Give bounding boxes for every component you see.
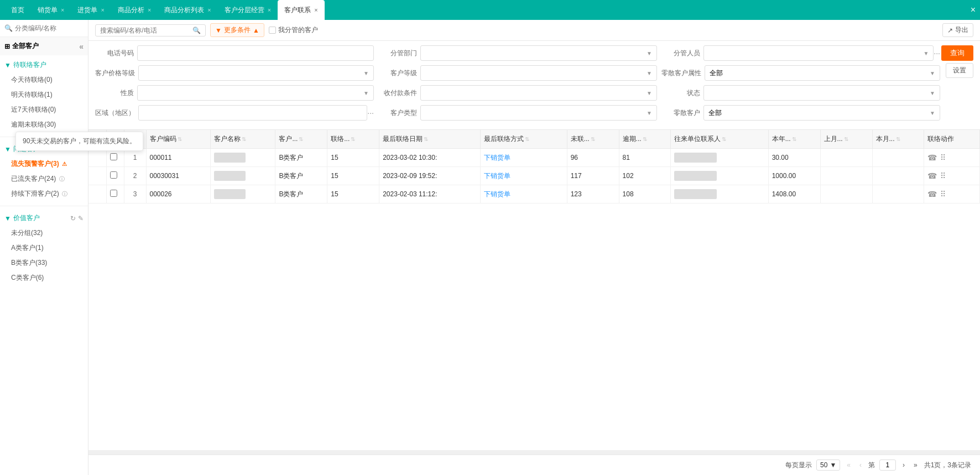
sidebar-item-loss-warning[interactable]: 流失预警客户(3) ⚠ (0, 156, 88, 171)
sidebar-item-class-c[interactable]: C类客户(6) (0, 270, 88, 285)
th-last-contact-date[interactable]: 最后联络日期⇅ (379, 130, 481, 149)
sidebar-item-week-pending[interactable]: 近7天待联络(0) (0, 102, 88, 117)
page-number-input[interactable] (879, 460, 896, 471)
tab-purchase-close[interactable]: × (101, 7, 104, 13)
contact-icon-0[interactable]: ☎ (927, 153, 937, 162)
more-action-icon-1[interactable]: ⠿ (940, 171, 946, 180)
filter-payment-label: 收付款条件 (378, 88, 417, 98)
sidebar-item-lost[interactable]: 已流失客户(24) ⓘ (0, 171, 88, 186)
row-checkbox-0[interactable] (110, 153, 117, 160)
tab-product-list-close[interactable]: × (207, 7, 211, 13)
tab-customer-contact[interactable]: 客户联系 × (278, 0, 324, 20)
td-method-1[interactable]: 下销货单 (481, 167, 567, 185)
query-button[interactable]: 查询 (941, 45, 973, 61)
filter-status-label: 状态 (661, 88, 700, 98)
th-code[interactable]: 客户编码⇅ (146, 130, 211, 149)
th-unit-contact[interactable]: 往来单位联系人⇅ (671, 130, 768, 149)
settings-button[interactable]: 设置 (946, 63, 973, 78)
next-page-button[interactable]: › (900, 460, 907, 470)
filter-panel: 电话号码 分管部门 ▼ 分管人员 (88, 41, 980, 130)
sidebar-item-tomorrow-pending[interactable]: 明天待联络(1) (0, 87, 88, 102)
row-checkbox-1[interactable] (110, 171, 117, 179)
th-this-month[interactable]: 本月...⇅ (872, 130, 924, 149)
filter-phone-input[interactable] (137, 45, 374, 61)
checkbox-icon[interactable] (269, 27, 276, 34)
first-page-button[interactable]: « (845, 460, 853, 470)
sidebar-item-today-pending[interactable]: 今天待联络(0) (0, 72, 88, 87)
search-button[interactable]: 🔍 (192, 27, 201, 34)
per-page-select[interactable]: 50 ▼ (816, 460, 840, 471)
more-button-manager[interactable]: ··· (934, 49, 940, 58)
export-button[interactable]: ↗ 导出 (942, 23, 973, 37)
filter-icon: ▼ (215, 27, 222, 34)
td-checkbox-2[interactable] (106, 185, 124, 203)
tab-home[interactable]: 首页 (4, 0, 31, 20)
tab-customer-tier[interactable]: 客户分层经营 × (218, 0, 278, 20)
filter-price-tier-select[interactable]: ▼ (138, 65, 374, 81)
more-action-icon-0[interactable]: ⠿ (940, 153, 946, 162)
sidebar-group-pending-title[interactable]: ▼ 待联络客户 (0, 58, 88, 72)
sidebar-item-declining[interactable]: 持续下滑客户(2) ⓘ (0, 186, 88, 201)
sidebar-item-unclassified[interactable]: 未分组(32) (0, 226, 88, 241)
td-method-0[interactable]: 下销货单 (481, 149, 567, 167)
tab-sales-close[interactable]: × (61, 7, 64, 13)
prev-page-button[interactable]: ‹ (857, 460, 864, 470)
th-type[interactable]: 客户...⇅ (275, 130, 327, 149)
contact-method-link-0[interactable]: 下销货单 (484, 154, 510, 161)
sidebar-group-value-title[interactable]: ▼ 价值客户 ↻ ✎ (0, 211, 88, 226)
filter-status-select[interactable]: ▼ (703, 85, 940, 101)
sidebar-item-class-a[interactable]: A类客户(1) (0, 241, 88, 255)
filter-payment-select[interactable]: ▼ (420, 85, 657, 101)
tab-sales[interactable]: 销货单 × (31, 0, 71, 20)
more-filter-button[interactable]: ▼ 更多条件 ▲ (210, 23, 264, 37)
td-type-2: B类客户 (275, 185, 327, 203)
filter-customer-tier-select[interactable]: ▼ (420, 65, 657, 81)
row-checkbox-2[interactable] (110, 190, 117, 197)
filter-manager-select[interactable]: ▼ (703, 45, 934, 61)
sidebar-item-class-b[interactable]: B类客户(33) (0, 255, 88, 270)
sidebar: 🔍 ⊞ 全部客户 « ▼ 待联络客户 今天待联络(0) 明天待联络(1) 近7天… (0, 20, 88, 475)
th-this-year[interactable]: 本年...⇅ (768, 130, 820, 149)
contact-icon-2[interactable]: ☎ (927, 190, 937, 199)
sidebar-item-overdue-pending[interactable]: 逾期未联络(30) (0, 117, 88, 132)
th-contact[interactable]: 联络...⇅ (327, 130, 379, 149)
th-last-contact-method[interactable]: 最后联络方式⇅ (481, 130, 567, 149)
tab-purchase[interactable]: 进货单 × (71, 0, 111, 20)
filter-region-select[interactable] (138, 105, 367, 121)
filter-retail-attr-select[interactable]: 全部 ▼ (705, 65, 940, 81)
tab-customer-contact-close[interactable]: × (314, 7, 317, 13)
td-lastmonth-0 (820, 149, 872, 167)
tab-product-analysis-close[interactable]: × (148, 7, 151, 13)
contact-method-link-1[interactable]: 下销货单 (484, 172, 510, 180)
th-overdue[interactable]: 逾期...⇅ (619, 130, 671, 149)
contact-method-link-2[interactable]: 下销货单 (484, 190, 510, 198)
filter-retail-select[interactable]: 全部 ▼ (703, 105, 940, 121)
th-name[interactable]: 客户名称⇅ (211, 130, 275, 149)
filter-customer-type-select[interactable]: ▼ (420, 105, 657, 121)
td-checkbox-1[interactable] (106, 167, 124, 185)
my-customers-checkbox[interactable]: 我分管的客户 (269, 25, 318, 35)
sidebar-collapse-button[interactable]: « (79, 42, 84, 51)
top-close-button[interactable]: × (971, 5, 976, 15)
contact-icon-1[interactable]: ☎ (927, 171, 937, 180)
edit-icon[interactable]: ✎ (78, 215, 84, 222)
th-last-month[interactable]: 上月...⇅ (820, 130, 872, 149)
filter-nature-select[interactable]: ▼ (137, 85, 374, 101)
search-input[interactable] (100, 27, 192, 34)
horizontal-scrollbar[interactable] (88, 450, 980, 455)
td-checkbox-0[interactable] (106, 149, 124, 167)
last-page-button[interactable]: » (911, 460, 920, 470)
refresh-icon[interactable]: ↻ (70, 215, 76, 222)
more-action-icon-2[interactable]: ⠿ (940, 190, 946, 199)
td-method-2[interactable]: 下销货单 (481, 185, 567, 203)
filter-dept-select[interactable]: ▼ (420, 45, 657, 61)
more-button-region[interactable]: ··· (367, 108, 374, 117)
sidebar-search-input[interactable] (15, 24, 88, 32)
th-uncontacted[interactable]: 未联...⇅ (567, 130, 619, 149)
td-uncontacted-0: 96 (567, 149, 619, 167)
td-contact-0: 15 (327, 149, 379, 167)
tab-product-analysis[interactable]: 商品分析 × (111, 0, 158, 20)
tab-product-list[interactable]: 商品分析列表 × (158, 0, 217, 20)
tab-customer-tier-close[interactable]: × (268, 7, 271, 13)
sidebar-all-customers[interactable]: ⊞ 全部客户 « (0, 37, 88, 55)
